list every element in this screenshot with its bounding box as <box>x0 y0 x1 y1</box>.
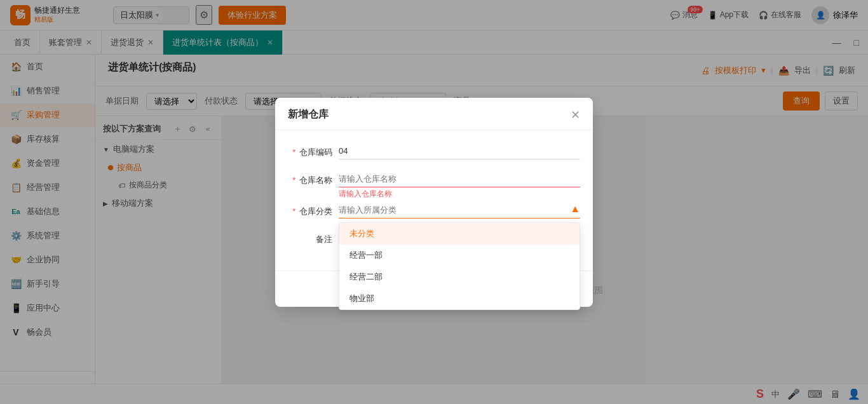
modal-close-button[interactable]: ✕ <box>571 108 580 122</box>
modal-header: 新增仓库 ✕ <box>275 98 593 130</box>
warehouse-category-dropdown-list: 未分类 经营一部 经营二部 物业部 <box>339 222 580 310</box>
warehouse-code-row: * 仓库编码 <box>288 143 580 159</box>
add-warehouse-modal: 新增仓库 ✕ * 仓库编码 * 仓库名称 <box>275 98 593 307</box>
dropdown-option-dept1[interactable]: 经营一部 <box>339 245 580 266</box>
dropdown-arrow-icon[interactable]: ▲ <box>570 203 580 215</box>
warehouse-name-field-wrap: 请输入仓库名称 <box>339 171 580 199</box>
dropdown-option-dept3[interactable]: 物业部 <box>339 288 580 309</box>
warehouse-name-error: 请输入仓库名称 <box>339 189 580 199</box>
warehouse-name-label: * 仓库名称 <box>288 171 339 186</box>
warehouse-category-label: * 仓库分类 <box>288 202 339 217</box>
dropdown-option-dept2[interactable]: 经营二部 <box>339 266 580 288</box>
modal-body: * 仓库编码 * 仓库名称 请输入仓库名称 <box>275 130 593 271</box>
modal-overlay: 新增仓库 ✕ * 仓库编码 * 仓库名称 <box>0 0 868 404</box>
warehouse-code-input[interactable] <box>339 143 580 159</box>
warehouse-category-dropdown: ▲ 未分类 经营一部 经营二部 物业部 <box>339 202 580 219</box>
modal-title: 新增仓库 <box>288 108 329 121</box>
warehouse-name-row: * 仓库名称 请输入仓库名称 <box>339 171 580 199</box>
warehouse-code-label: * 仓库编码 <box>288 143 339 158</box>
warehouse-name-input[interactable] <box>339 171 580 187</box>
warehouse-category-row: * 仓库分类 ▲ 未分类 经营一部 经营二部 物业部 <box>288 202 580 219</box>
warehouse-remark-label: 备注 <box>288 230 339 245</box>
warehouse-category-input[interactable] <box>339 202 580 219</box>
dropdown-option-uncategorized[interactable]: 未分类 <box>339 223 580 245</box>
